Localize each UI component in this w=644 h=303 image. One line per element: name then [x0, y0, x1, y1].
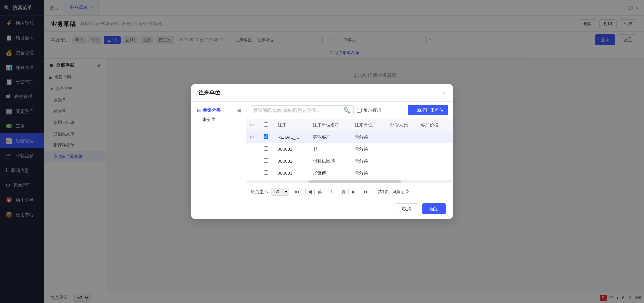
- grid-icon-2: ⊞: [197, 108, 201, 113]
- partner-table: ⚙ 往来... 往来单位名称 往来单位... 分管人员 客户价格...: [246, 119, 453, 179]
- col-checkbox-cell: [260, 143, 274, 155]
- next-page-button[interactable]: ▶: [348, 188, 358, 195]
- add-icon: +: [413, 108, 415, 113]
- dialog-close-button[interactable]: ×: [442, 89, 446, 96]
- row-checkbox-4[interactable]: [264, 170, 268, 175]
- col-price-cell: [417, 155, 453, 167]
- show-disabled-label[interactable]: 显示停用: [357, 107, 381, 113]
- table-row[interactable]: ⚙ RETAIL_... 零散客户 未分类: [246, 131, 453, 143]
- add-partner-label: 新增往来单位: [417, 107, 444, 113]
- col-manager-cell: [387, 167, 417, 179]
- dialog-footer: 取消 确定: [191, 199, 453, 219]
- col-category-cell: 未分类: [351, 143, 387, 155]
- tree-collapse-icon[interactable]: ◀: [237, 108, 241, 113]
- pagination: 每页显示 50 100 ⏮ ◀ 第 页 ▶ ⏭ 共1页，4条记录: [246, 184, 453, 199]
- tree-root-label: 全部分类: [203, 107, 221, 113]
- col-name-cell: 张萧傅: [309, 167, 351, 179]
- first-page-button[interactable]: ⏮: [292, 188, 302, 195]
- col-price-cell: [417, 131, 453, 143]
- col-category-header: 往来单位...: [351, 119, 387, 131]
- col-settings-cell: [246, 167, 260, 179]
- table-row[interactable]: 000001 甲 未分类: [246, 143, 453, 155]
- col-manager-header: 分管人员: [387, 119, 417, 131]
- col-settings-cell: [246, 143, 260, 155]
- col-code-cell: 000003: [274, 167, 310, 179]
- col-name-cell: 材料供应商: [309, 155, 351, 167]
- dialog-header: 往来单位 ×: [191, 84, 453, 102]
- partner-table-body: ⚙ RETAIL_... 零散客户 未分类: [246, 131, 453, 179]
- dialog-body: ⊞ 全部分类 ◀ 未分类 🔍 显示停用: [191, 102, 453, 199]
- col-checkbox: [260, 119, 274, 131]
- row-checkbox-3[interactable]: [264, 158, 268, 163]
- per-page-label: 每页显示: [251, 189, 268, 195]
- page-number-input[interactable]: [325, 188, 338, 195]
- modal-overlay: 往来单位 × ⊞ 全部分类 ◀ 未分类: [0, 0, 644, 303]
- col-settings-cell: [246, 155, 260, 167]
- page-no-label: 第: [318, 189, 322, 195]
- col-settings: ⚙: [246, 119, 260, 131]
- search-box: 🔍: [251, 105, 354, 115]
- row-checkbox-2[interactable]: [264, 146, 268, 151]
- col-price-cell: [417, 143, 453, 155]
- dialog-title: 往来单位: [198, 89, 220, 96]
- col-name-cell: 甲: [309, 143, 351, 155]
- col-code-cell: 000001: [274, 143, 310, 155]
- tree-root[interactable]: ⊞ 全部分类 ◀: [194, 106, 243, 115]
- table-panel: 🔍 显示停用 + 新增往来单位: [246, 102, 453, 199]
- col-settings-cell: ⚙: [246, 131, 260, 143]
- col-name-header: 往来单位名称: [309, 119, 351, 131]
- show-disabled-text: 显示停用: [364, 107, 381, 113]
- dialog-table-toolbar: 🔍 显示停用 + 新增往来单位: [246, 102, 453, 119]
- col-manager-cell: [387, 155, 417, 167]
- settings-icon: ⚙: [250, 135, 254, 140]
- show-disabled-checkbox[interactable]: [357, 108, 362, 113]
- tree-panel: ⊞ 全部分类 ◀ 未分类: [191, 102, 246, 199]
- col-price-header: 客户价格...: [417, 119, 453, 131]
- tree-item-unclassified[interactable]: 未分类: [194, 115, 243, 125]
- last-page-button[interactable]: ⏭: [361, 188, 371, 195]
- col-name-cell: 零散客户: [309, 131, 351, 143]
- col-price-cell: [417, 167, 453, 179]
- col-category-cell: 未分类: [351, 131, 387, 143]
- col-checkbox-cell: [260, 155, 274, 167]
- horizontal-scrollbar[interactable]: [246, 180, 453, 183]
- col-code-cell: 000002: [274, 155, 310, 167]
- scrollbar-thumb[interactable]: [308, 180, 401, 183]
- col-code-header: 往来...: [274, 119, 310, 131]
- tree-item-label: 未分类: [202, 117, 216, 122]
- search-input[interactable]: [254, 108, 342, 113]
- col-manager-cell: [387, 143, 417, 155]
- per-page-select[interactable]: 50 100: [271, 188, 289, 196]
- select-all-checkbox[interactable]: [264, 122, 268, 127]
- col-category-cell: 未分类: [351, 155, 387, 167]
- col-manager-cell: [387, 131, 417, 143]
- table-row[interactable]: 000002 材料供应商 未分类: [246, 155, 453, 167]
- col-code-cell: RETAIL_...: [274, 131, 310, 143]
- cancel-button[interactable]: 取消: [395, 203, 419, 214]
- confirm-button[interactable]: 确定: [422, 203, 446, 214]
- col-checkbox-cell: [260, 131, 274, 143]
- row-checkbox-1[interactable]: [264, 134, 268, 139]
- search-icon-2: 🔍: [344, 107, 351, 114]
- table-header-row: ⚙ 往来... 往来单位名称 往来单位... 分管人员 客户价格...: [246, 119, 453, 131]
- partner-dialog: 往来单位 × ⊞ 全部分类 ◀ 未分类: [191, 84, 453, 219]
- page-word: 页: [341, 189, 346, 195]
- add-partner-button[interactable]: + 新增往来单位: [408, 105, 448, 115]
- col-checkbox-cell: [260, 167, 274, 179]
- table-row[interactable]: 000003 张萧傅 未分类: [246, 167, 453, 179]
- dialog-table-container: ⚙ 往来... 往来单位名称 往来单位... 分管人员 客户价格...: [246, 119, 453, 179]
- prev-page-button[interactable]: ◀: [305, 188, 315, 195]
- total-label: 共1页，4条记录: [378, 189, 409, 195]
- col-category-cell: 未分类: [351, 167, 387, 179]
